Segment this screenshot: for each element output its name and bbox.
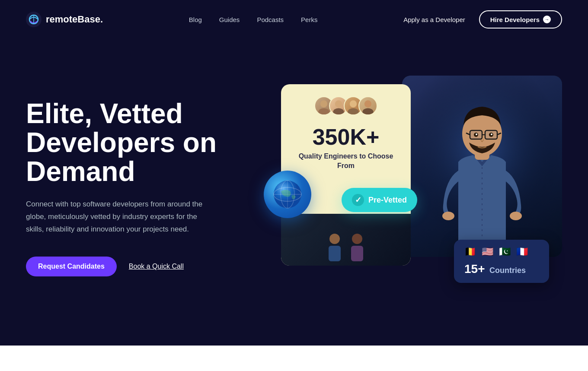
nav-guides[interactable]: Guides (219, 16, 240, 23)
svg-point-31 (491, 133, 492, 135)
navigation: remoteBase. Blog Guides Podcasts Perks A… (0, 0, 588, 39)
svg-point-6 (333, 108, 344, 115)
prevetted-label: Pre-Vetted (368, 196, 407, 205)
stats-big-number: 350K+ (313, 126, 380, 148)
bottom-section (0, 346, 588, 371)
svg-point-34 (510, 212, 522, 220)
nav-podcasts[interactable]: Podcasts (257, 16, 284, 23)
svg-rect-12 (329, 246, 341, 261)
countries-number: 15+ (464, 262, 485, 276)
hero-visuals: 350K+ Quality Engineers to Choose From (259, 76, 562, 300)
countries-label: Countries (489, 266, 526, 275)
hire-developers-label: Hire Developers (490, 16, 540, 23)
dev-workspace (402, 76, 562, 257)
hero-actions: Request Candidates Book a Quick Call (26, 257, 242, 276)
developer-photo-card (402, 76, 562, 257)
countries-badge: 🇧🇪 🇺🇸 🇵🇰 🇫🇷 15+ Countries (454, 240, 549, 283)
logo[interactable]: remoteBase. (26, 12, 103, 27)
logo-text: remoteBase. (46, 14, 103, 25)
svg-point-11 (329, 234, 340, 244)
request-candidates-button[interactable]: Request Candidates (26, 257, 117, 276)
hero-left: Elite, Vetted Developers on Demand Conne… (26, 99, 242, 276)
prevetted-badge: ✓ Pre-Vetted (342, 188, 417, 212)
avatar-4 (358, 96, 377, 115)
globe-orb (264, 171, 311, 218)
logo-icon (26, 12, 42, 27)
hero-section: Elite, Vetted Developers on Demand Conne… (0, 39, 588, 346)
stats-sub-text: Quality Engineers to Choose From (291, 152, 400, 171)
svg-point-30 (476, 133, 477, 135)
flag-usa: 🇺🇸 (482, 247, 495, 257)
svg-point-3 (320, 100, 327, 107)
flags-row: 🇧🇪 🇺🇸 🇵🇰 🇫🇷 (464, 247, 539, 257)
developer-illustration (402, 76, 562, 257)
flag-belgium: 🇧🇪 (464, 247, 478, 257)
globe-svg (272, 179, 303, 209)
svg-rect-14 (351, 246, 363, 261)
svg-point-8 (348, 108, 358, 115)
countries-stat: 15+ Countries (464, 262, 539, 276)
flag-pakistan: 🇵🇰 (499, 247, 513, 257)
svg-point-9 (364, 100, 371, 107)
check-icon: ✓ (352, 194, 364, 206)
svg-point-13 (352, 234, 362, 244)
avatars-row (314, 96, 377, 115)
flag-france: 🇫🇷 (516, 247, 530, 257)
svg-point-4 (318, 108, 329, 115)
nav-right: Apply as a Developer Hire Developers (403, 10, 562, 29)
book-quick-call-button[interactable]: Book a Quick Call (129, 263, 184, 270)
svg-point-5 (335, 100, 342, 107)
hire-arrow-icon (543, 16, 551, 23)
nav-links: Blog Guides Podcasts Perks (189, 16, 318, 23)
hire-developers-button[interactable]: Hire Developers (479, 10, 562, 29)
nav-blog[interactable]: Blog (189, 16, 202, 23)
svg-point-10 (362, 108, 373, 115)
svg-point-7 (350, 100, 357, 107)
apply-as-developer-link[interactable]: Apply as a Developer (403, 16, 465, 23)
hero-subtitle: Connect with top software developers fro… (26, 198, 208, 236)
hero-title: Elite, Vetted Developers on Demand (26, 99, 242, 187)
svg-point-33 (442, 212, 454, 220)
nav-perks[interactable]: Perks (301, 16, 317, 23)
